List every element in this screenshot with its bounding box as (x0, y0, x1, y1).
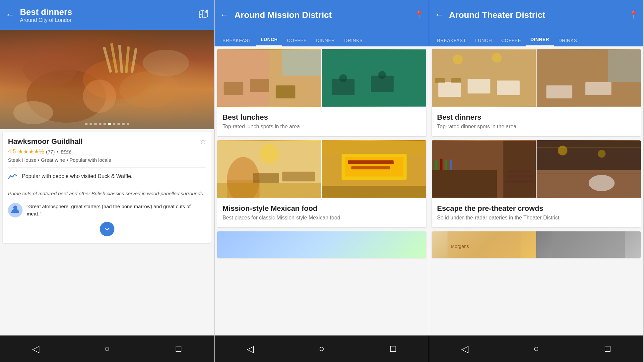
home-nav-button-3[interactable]: ○ (526, 339, 546, 359)
insight-text: Popular with people who visited Duck & W… (22, 172, 133, 180)
svg-rect-63 (445, 160, 447, 170)
photo-grid-pretheatre (432, 140, 641, 198)
title-block: Best dinners Around City of London (20, 7, 198, 23)
svg-rect-55 (546, 86, 572, 98)
home-nav-button[interactable]: ○ (97, 339, 117, 359)
location-pin-theater[interactable]: 📍 (629, 11, 638, 19)
svg-point-6 (23, 53, 76, 86)
panel-theater: ← Around Theater District 📍 BREAKFAST LU… (429, 0, 644, 362)
back-icon[interactable]: ← (5, 10, 15, 20)
home-nav-button-2[interactable]: ○ (312, 339, 332, 359)
svg-rect-49 (435, 78, 445, 83)
photo-cell-dinner-2 (537, 49, 641, 107)
panel-subtitle: Around City of London (20, 17, 198, 23)
expand-button-row (8, 218, 206, 238)
tab-breakfast-mission[interactable]: BREAKFAST (218, 34, 256, 46)
tab-dinner-mission[interactable]: DINNER (311, 34, 340, 46)
svg-point-33 (260, 144, 279, 163)
recents-nav-button-2[interactable]: □ (383, 339, 403, 359)
rating-number: 4.5 (8, 148, 16, 155)
dot-6-active (108, 123, 111, 125)
dot-10 (127, 123, 129, 125)
dot-2 (90, 123, 92, 125)
collection-title-dinners: Best dinners (437, 113, 635, 122)
collection-card-partial-theater: Morgans (432, 231, 641, 258)
recents-nav-button[interactable]: □ (168, 339, 188, 359)
location-pin-mission[interactable]: 📍 (415, 11, 423, 19)
svg-point-7 (119, 71, 179, 108)
recents-nav-button-3[interactable]: □ (598, 339, 617, 359)
collection-title-pretheatre: Escape the pre-theater crowds (437, 204, 635, 213)
dot-3 (94, 123, 97, 125)
svg-rect-67 (507, 175, 533, 178)
restaurant-description: Prime cuts of matured beef and other Bri… (8, 190, 206, 198)
tab-drinks-theater[interactable]: DRINKS (554, 34, 582, 46)
photo-cell-2 (322, 49, 426, 107)
svg-rect-36 (282, 172, 315, 181)
restaurant-name: Hawksmoor Guildhall (8, 137, 83, 146)
map-icon[interactable] (198, 9, 209, 22)
collection-body-mexican: Mission-style Mexican food Best places f… (217, 198, 426, 227)
back-nav-button[interactable]: ◁ (26, 339, 46, 359)
collection-card-mexican[interactable]: Mission-style Mexican food Best places f… (217, 140, 426, 227)
svg-rect-45 (432, 50, 536, 107)
panel-london: ← Best dinners Around City of London (0, 0, 215, 362)
svg-rect-40 (348, 160, 394, 164)
photo-cell-theater-2 (537, 140, 641, 198)
back-icon-mission[interactable]: ← (220, 10, 229, 20)
photo-cell-mexican-1 (217, 140, 321, 198)
dot-5 (103, 123, 106, 125)
photo-grid-mexican (217, 140, 426, 198)
collection-desc-lunches: Top-rated lunch spots in the area (223, 124, 421, 130)
tab-lunch-mission[interactable]: LUNCH (256, 33, 283, 46)
svg-rect-22 (282, 50, 321, 76)
price-level: ££££ (61, 149, 72, 154)
photo-grid-lunches (217, 49, 426, 107)
dot-7 (113, 123, 115, 125)
collection-desc-pretheatre: Solid under-the-radar eateries in the Th… (437, 215, 635, 221)
svg-rect-61 (435, 160, 438, 170)
bottom-nav-3: ◁ ○ □ (429, 335, 643, 362)
panel-title: Best dinners (20, 7, 198, 17)
back-nav-button-3[interactable]: ◁ (455, 339, 475, 359)
tab-coffee-mission[interactable]: COFFEE (282, 34, 311, 46)
panel-content-theater: Best dinners Top-rated dinner spots in t… (429, 46, 643, 335)
svg-rect-57 (608, 50, 641, 82)
svg-rect-48 (497, 81, 520, 95)
tab-coffee-theater[interactable]: COFFEE (497, 34, 526, 46)
back-icon-theater[interactable]: ← (434, 10, 444, 20)
collection-body-lunches: Best lunches Top-rated lunch spots in th… (217, 107, 426, 136)
svg-point-75 (589, 175, 615, 191)
review-count: (77) (46, 149, 55, 154)
svg-point-10 (143, 50, 189, 76)
svg-rect-50 (451, 78, 461, 83)
tab-drinks-mission[interactable]: DRINKS (340, 34, 367, 46)
back-nav-button-2[interactable]: ◁ (240, 339, 260, 359)
tab-dinner-theater[interactable]: DINNER (526, 33, 554, 46)
tab-lunch-theater[interactable]: LUNCH (471, 34, 497, 46)
svg-rect-81 (552, 231, 625, 258)
svg-text:Morgans: Morgans (451, 244, 469, 249)
photo-cell-mexican-2 (322, 140, 426, 198)
expand-button[interactable] (100, 222, 114, 236)
mission-title: Around Mission District (234, 10, 412, 20)
svg-rect-23 (217, 50, 269, 107)
collection-card-pretheatre[interactable]: Escape the pre-theater crowds Solid unde… (432, 140, 641, 227)
bookmark-icon[interactable]: ☆ (200, 137, 206, 146)
collection-card-dinners-theater[interactable]: Best dinners Top-rated dinner spots in t… (432, 49, 641, 136)
svg-point-76 (558, 146, 567, 155)
review-text: "Great atmosphere, great starters (had t… (27, 203, 206, 218)
bottom-nav-2: ◁ ○ □ (215, 335, 429, 362)
svg-rect-62 (440, 159, 443, 170)
svg-rect-41 (351, 166, 390, 169)
top-bar-theater: ← Around Theater District 📍 (429, 0, 643, 30)
tab-breakfast-theater[interactable]: BREAKFAST (432, 34, 471, 46)
separator: • (57, 149, 58, 154)
dot-4 (99, 123, 101, 125)
photo-grid-dinners (432, 49, 641, 107)
svg-rect-42 (322, 141, 426, 154)
title-block-theater: Around Theater District (449, 10, 626, 20)
tabs-theater: BREAKFAST LUNCH COFFEE DINNER DRINKS (429, 30, 643, 46)
collection-card-lunches[interactable]: Best lunches Top-rated lunch spots in th… (217, 49, 426, 136)
svg-rect-43 (322, 186, 426, 198)
